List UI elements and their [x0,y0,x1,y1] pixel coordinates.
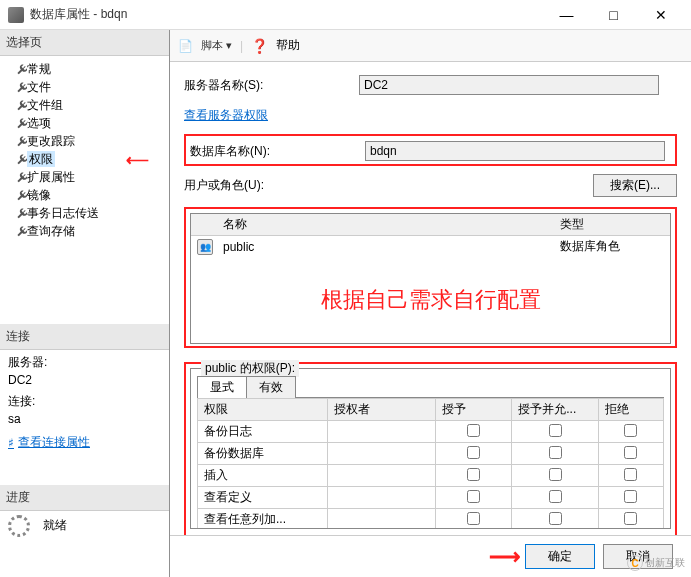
perm-header-withgrant: 授予并允... [512,399,599,421]
perm-row[interactable]: 备份日志 [198,421,664,443]
script-icon: 📄 [178,39,193,53]
user-role-grid[interactable]: 名称 类型 👥 public 数据库角色 根据自己需求自行配置 [190,213,671,344]
perm-cell-name: 插入 [198,465,328,487]
perm-cell-grantor [328,487,436,509]
grid-row[interactable]: 👥 public 数据库角色 [191,236,670,257]
watermark: C 创新互联 [627,555,685,571]
minimize-button[interactable]: — [544,0,589,30]
sidebar-header-connection: 连接 [0,324,169,350]
maximize-button[interactable]: □ [591,0,636,30]
perm-header-perm: 权限 [198,399,328,421]
db-name-label: 数据库名称(N): [190,143,365,160]
search-button[interactable]: 搜索(E)... [593,174,677,197]
user-role-label: 用户或角色(U): [184,177,359,194]
perm-cell-name: 查看任意列加... [198,509,328,529]
perm-withgrant-checkbox[interactable] [549,490,562,503]
perm-cell-grantor [328,509,436,529]
sidebar-item-general[interactable]: 常规 [0,60,169,78]
perm-deny-checkbox[interactable] [624,446,637,459]
perm-row[interactable]: 备份数据库 [198,443,664,465]
perm-row[interactable]: 查看任意列加... [198,509,664,529]
perm-withgrant-checkbox[interactable] [549,446,562,459]
sidebar-item-label: 常规 [27,61,51,77]
grid-header-type: 类型 [560,216,670,233]
perm-withgrant-checkbox[interactable] [549,468,562,481]
highlight-grid: 名称 类型 👥 public 数据库角色 根据自己需求自行配置 [184,207,677,348]
sidebar-header-progress: 进度 [0,485,169,511]
perm-header-deny: 拒绝 [598,399,663,421]
sidebar-item-label: 事务日志传送 [27,205,99,221]
sidebar: 选择页 常规 文件 文件组 选项 更改跟踪 权限⟵ 扩展属性 镜像 事务日志传送… [0,30,170,577]
perm-deny-checkbox[interactable] [624,424,637,437]
view-server-permissions-link[interactable]: 查看服务器权限 [184,107,268,124]
tab-effective[interactable]: 有效 [246,376,296,398]
perm-deny-checkbox[interactable] [624,512,637,525]
sidebar-item-label: 文件 [27,79,51,95]
perm-deny-checkbox[interactable] [624,490,637,503]
perm-row[interactable]: 查看定义 [198,487,664,509]
permissions-fieldset: public 的权限(P): 显式 有效 权限 授权者 授予 [190,368,671,529]
server-name-label: 服务器名称(S): [184,77,359,94]
close-button[interactable]: ✕ [638,0,683,30]
view-connection-properties-link[interactable]: ♯ 查看连接属性 [8,432,161,453]
connection-label: 连接: [8,393,161,410]
connection-icon: ♯ [8,436,14,450]
connection-value: sa [8,412,161,426]
sidebar-item-label: 扩展属性 [27,169,75,185]
highlight-permissions: public 的权限(P): 显式 有效 权限 授权者 授予 [184,362,677,535]
perm-grant-checkbox[interactable] [467,490,480,503]
sidebar-item-extprops[interactable]: 扩展属性 [0,168,169,186]
perm-grant-checkbox[interactable] [467,512,480,525]
perm-cell-grantor [328,443,436,465]
wrench-icon [16,154,27,165]
script-dropdown[interactable]: 脚本 ▾ [201,38,232,53]
wrench-icon [16,136,27,147]
app-icon [8,7,24,23]
perm-cell-grantor [328,465,436,487]
perm-grant-checkbox[interactable] [467,424,480,437]
sidebar-item-label: 更改跟踪 [27,133,75,149]
ok-button[interactable]: 确定 [525,544,595,569]
sidebar-item-label: 选项 [27,115,51,131]
permissions-legend: public 的权限(P): [201,360,299,377]
permissions-table: 权限 授权者 授予 授予并允... 拒绝 备份日志 备份数据库 [197,398,664,528]
sidebar-item-permissions[interactable]: 权限⟵ [0,150,169,168]
db-name-field [365,141,665,161]
perm-header-grant: 授予 [436,399,512,421]
arrow-indicator-icon: ⟶ [489,544,521,570]
sidebar-item-filegroups[interactable]: 文件组 [0,96,169,114]
perm-grant-checkbox[interactable] [467,446,480,459]
server-name-field [359,75,659,95]
sidebar-item-files[interactable]: 文件 [0,78,169,96]
page-tree: 常规 文件 文件组 选项 更改跟踪 权限⟵ 扩展属性 镜像 事务日志传送 查询存… [0,56,169,244]
grid-cell-name: public [219,240,560,254]
annotation-caption: 根据自己需求自行配置 [191,257,670,343]
permissions-table-scroll[interactable]: 权限 授权者 授予 授予并允... 拒绝 备份日志 备份数据库 [197,398,664,528]
wrench-icon [16,64,27,75]
highlight-dbname: 数据库名称(N): [184,134,677,166]
server-value: DC2 [8,373,161,387]
perm-grant-checkbox[interactable] [467,468,480,481]
sidebar-item-querystore[interactable]: 查询存储 [0,222,169,240]
sidebar-item-label: 镜像 [27,187,51,203]
role-icon: 👥 [197,239,213,255]
tab-explicit[interactable]: 显式 [197,376,247,398]
toolbar: 📄 脚本 ▾ | ❓ 帮助 [170,30,691,62]
server-label: 服务器: [8,354,161,371]
perm-withgrant-checkbox[interactable] [549,512,562,525]
help-link[interactable]: 帮助 [276,37,300,54]
perm-row[interactable]: 插入 [198,465,664,487]
sidebar-item-options[interactable]: 选项 [0,114,169,132]
wrench-icon [16,208,27,219]
wrench-icon [16,82,27,93]
perm-withgrant-checkbox[interactable] [549,424,562,437]
sidebar-item-mirroring[interactable]: 镜像 [0,186,169,204]
perm-deny-checkbox[interactable] [624,468,637,481]
link-label: 查看连接属性 [18,434,90,451]
window-title: 数据库属性 - bdqn [30,6,127,23]
titlebar: 数据库属性 - bdqn — □ ✕ [0,0,691,30]
sidebar-item-changetracking[interactable]: 更改跟踪 [0,132,169,150]
sidebar-item-logshipping[interactable]: 事务日志传送 [0,204,169,222]
grid-cell-type: 数据库角色 [560,238,670,255]
wrench-icon [16,226,27,237]
